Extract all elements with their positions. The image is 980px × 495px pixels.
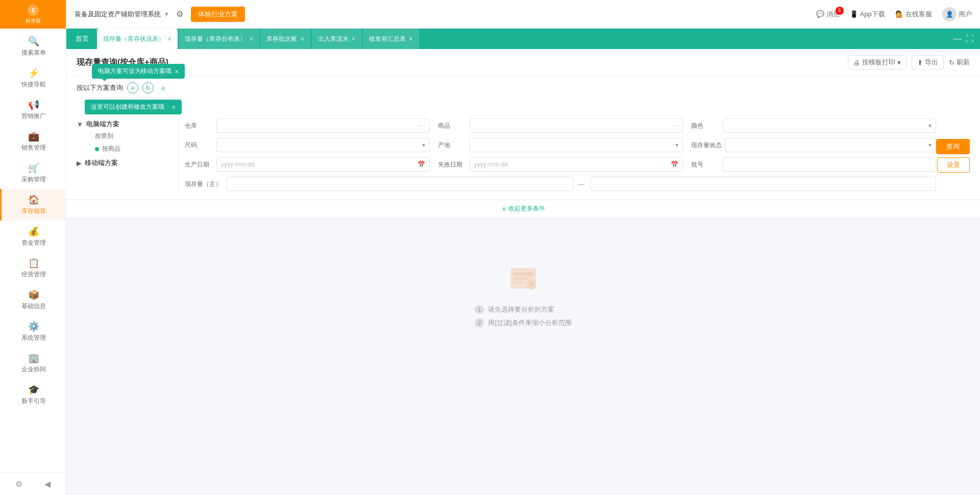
batch-input[interactable] (723, 157, 936, 172)
scheme-item-goods[interactable]: 按商品 (87, 143, 172, 155)
stock-status-input[interactable]: ▾ (725, 138, 936, 152)
filter-add-btn[interactable]: + (127, 82, 138, 93)
sidebar-item-purchase-label: 采购管理 (21, 175, 46, 184)
sidebar-item-marketing[interactable]: 📢 营销推广 (0, 94, 66, 126)
origin-label: 产地 (438, 141, 467, 150)
user-btn[interactable]: 👤 用户 (942, 7, 972, 21)
tab-minimize-btn[interactable]: — (953, 34, 962, 43)
stock-status-dropdown-icon: ▾ (928, 142, 932, 149)
refresh-btn[interactable]: ↻ 刷新 (949, 58, 970, 67)
tab-home[interactable]: 首页 (68, 29, 96, 49)
tooltip-bottom: 这里可以创建和修改方案哦 × (85, 100, 182, 114)
production-date-field: 生产日期 yyyy-mm-dd 📅 (185, 157, 430, 172)
top-header: 装备及固定资产辅助管理系统 ▾ ⚙ 体验行业方案 💬 消息 6 📱 App下载 … (66, 0, 980, 29)
message-btn[interactable]: 💬 消息 6 (816, 10, 840, 19)
collapse-bar[interactable]: ∧ 收起更多条件 (66, 200, 980, 217)
production-date-input[interactable]: yyyy-mm-dd 📅 (216, 157, 430, 172)
settings-gear-btn[interactable]: ⚙ (173, 7, 187, 21)
filter-label: 按以下方案查询 (77, 83, 123, 92)
online-service-btn[interactable]: 💁 在线客服 (895, 10, 932, 19)
origin-input[interactable]: ▾ (470, 138, 683, 152)
purchase-icon: 🛒 (28, 162, 39, 174)
sidebar-item-inventory[interactable]: 🏠 库存核算 (0, 189, 66, 221)
tab-stock-status-close[interactable]: × (167, 35, 172, 43)
tab-receivable-close[interactable]: × (409, 35, 413, 43)
refresh-label: 刷新 (957, 58, 970, 67)
filter-arrow-btn[interactable]: « (158, 82, 169, 93)
tab-stock-dist[interactable]: 现存量（库存分布表） × (179, 29, 259, 49)
sidebar-item-purchase[interactable]: 🛒 采购管理 (0, 157, 66, 189)
marketing-icon: 📢 (28, 99, 39, 110)
tab-batch-ledger-close[interactable]: × (300, 35, 304, 43)
tab-stock-status[interactable]: 现存量（库存状况表） × (97, 29, 178, 49)
production-date-placeholder: yyyy-mm-dd (221, 161, 254, 168)
stock-dash: — (578, 180, 585, 188)
tab-actions: — ⛶ (949, 34, 978, 43)
empty-tips: 1 请先选择要分析的方案 2 用[过滤]条件来缩小分析范围 (475, 305, 571, 327)
tab-receivable[interactable]: 收发存汇总表 × (363, 29, 419, 49)
calendar-icon-1: 📅 (418, 161, 425, 168)
empty-tip-2: 2 用[过滤]条件来缩小分析范围 (475, 318, 571, 327)
system-dropdown-icon[interactable]: ▾ (165, 10, 168, 18)
empty-illustration (503, 258, 544, 299)
tab-inout-flow-close[interactable]: × (352, 35, 356, 43)
system-icon: ⚙️ (28, 321, 39, 332)
goods-input[interactable]: ··· (470, 119, 683, 133)
sidebar-item-quicknav-label: 快捷导航 (21, 80, 46, 89)
sidebar-item-search[interactable]: 🔍 搜索菜单 (0, 31, 66, 62)
scheme-mobile-group: ▶ 移动端方案 (77, 155, 172, 169)
main-area: 装备及固定资产辅助管理系统 ▾ ⚙ 体验行业方案 💬 消息 6 📱 App下载 … (66, 0, 980, 495)
filter-body: ▼ 电脑端方案 按类别 按商品 ▶ 移动端方案 (77, 119, 970, 193)
sidebar-settings-btn[interactable]: ⚙ (15, 479, 22, 489)
tooltip-top-close[interactable]: × (175, 67, 179, 76)
tab-stock-status-label: 现存量（库存状况表） (103, 35, 164, 43)
sidebar-item-quicknav[interactable]: ⚡ 快捷导航 (0, 62, 66, 94)
tab-batch-ledger[interactable]: 库存批次账 × (260, 29, 310, 49)
tab-stock-dist-close[interactable]: × (249, 35, 253, 43)
template-print-btn[interactable]: 🖨 按模板打印 ▾ (848, 55, 906, 69)
warehouse-input[interactable]: ··· (216, 119, 430, 133)
tooltip-bottom-close[interactable]: × (172, 103, 176, 111)
set-btn[interactable]: 设置 (937, 157, 970, 173)
warehouse-dots: ··· (419, 122, 425, 130)
filter-area: 按以下方案查询 + ↻ « 电脑方案可设为移动方案哦 × 这里可以创建和修改方案… (66, 76, 980, 200)
sidebar-item-ops[interactable]: 📋 经营管理 (0, 252, 66, 284)
size-input[interactable]: ▾ (216, 138, 430, 152)
tab-inout-flow[interactable]: 出入库流水 × (312, 29, 362, 49)
color-input[interactable]: ▾ (723, 119, 936, 133)
filter-refresh-btn[interactable]: ↻ (142, 82, 154, 93)
tooltip-wrapper: 这里可以创建和修改方案哦 × (77, 100, 970, 114)
stock-main-from[interactable] (227, 177, 573, 191)
sidebar-collapse-btn[interactable]: ◀ (44, 479, 51, 489)
sidebar-item-enterprise[interactable]: 🏢 企业协同 (0, 347, 66, 379)
tooltip-top-text: 电脑方案可设为移动方案哦 (98, 67, 172, 76)
print-icon: 🖨 (853, 59, 860, 66)
tip-num-1: 1 (475, 305, 484, 314)
sidebar-item-system[interactable]: ⚙️ 系统管理 (0, 316, 66, 347)
tab-fullscreen-btn[interactable]: ⛶ (966, 34, 974, 43)
sidebar-item-newbie-label: 新手引导 (21, 397, 46, 406)
sidebar-footer: ⚙ ◀ (0, 473, 66, 495)
scheme-desktop-toggle[interactable]: ▼ (77, 121, 83, 128)
phone-icon: 📱 (850, 10, 858, 18)
export-btn[interactable]: ⬆ 导出 (912, 55, 944, 69)
origin-field: 产地 ▾ (438, 138, 683, 152)
sidebar-item-finance[interactable]: 💰 资金管理 (0, 221, 66, 252)
refresh-icon: ↻ (949, 59, 954, 66)
scheme-mobile-toggle[interactable]: ▶ (77, 159, 82, 167)
tab-inout-flow-label: 出入库流水 (318, 35, 349, 43)
sales-icon: 💼 (28, 131, 39, 142)
sidebar-item-sales[interactable]: 💼 销售管理 (0, 126, 66, 157)
search-btn[interactable]: 查询 (936, 139, 970, 154)
message-icon: 💬 (816, 10, 824, 18)
tab-receivable-label: 收发存汇总表 (369, 35, 406, 43)
scheme-item-category[interactable]: 按类别 (87, 130, 172, 143)
stock-main-to[interactable] (590, 177, 937, 191)
expiry-date-input[interactable]: yyyy-mm-dd 📅 (470, 157, 683, 172)
industry-btn[interactable]: 体验行业方案 (191, 7, 245, 22)
batch-label: 批号 (691, 160, 720, 169)
sidebar-item-base[interactable]: 📦 基础信息 (0, 284, 66, 316)
app-download-btn[interactable]: 📱 App下载 (850, 10, 885, 19)
sidebar-item-newbie[interactable]: 🎓 新手引导 (0, 379, 66, 411)
size-label: 尺码 (185, 141, 213, 150)
